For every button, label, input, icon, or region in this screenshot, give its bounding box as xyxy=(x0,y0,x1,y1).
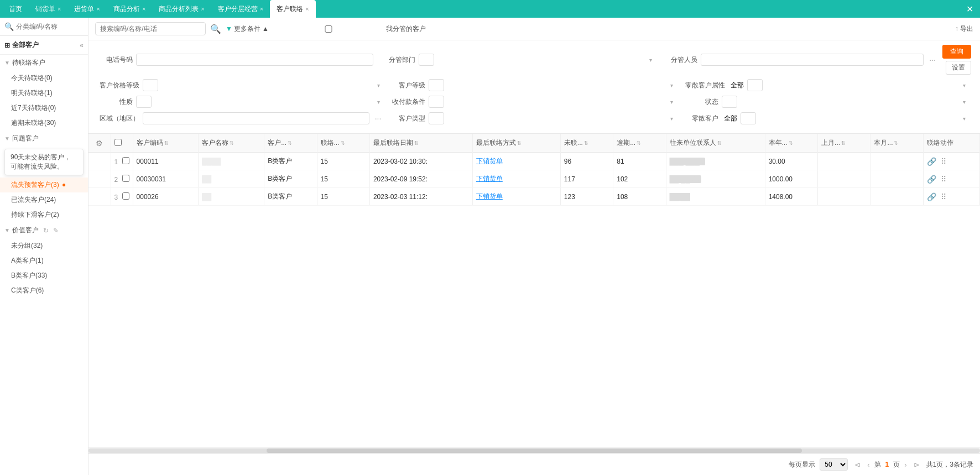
sidebar-group-problem[interactable]: ▼ 问题客户 xyxy=(0,131,88,147)
th-checkbox[interactable] xyxy=(111,134,133,153)
tab-close-customer-contact[interactable]: × xyxy=(305,6,309,12)
sidebar-item-class-a[interactable]: A类客户(1) xyxy=(0,253,88,268)
first-page-btn[interactable]: ⊲ xyxy=(852,460,863,470)
th-last-date[interactable]: 最后联络日期 ⇅ xyxy=(369,134,472,153)
sort-icon-type: ⇅ xyxy=(288,140,292,146)
th-overdue[interactable]: 逾期... ⇅ xyxy=(613,134,666,153)
row-this-month-2 xyxy=(870,188,923,206)
select-all-checkbox[interactable] xyxy=(114,139,122,146)
search-input[interactable] xyxy=(95,22,206,35)
tab-sales-order[interactable]: 销货单 × xyxy=(29,0,67,18)
tooltip-problem-customers: 90天未交易的客户，可能有流失风险。 xyxy=(4,149,84,175)
row-checkbox-1[interactable] xyxy=(122,175,129,182)
filter-status-select[interactable] xyxy=(722,96,737,108)
row-action-more-2[interactable]: ⠿ xyxy=(941,192,946,201)
scrollbar-track[interactable] xyxy=(88,448,980,453)
row-unlink-days-2: 123 xyxy=(560,188,613,206)
tab-purchase-order[interactable]: 进货单 × xyxy=(67,0,106,18)
filter-zero-customer-select[interactable] xyxy=(741,112,756,124)
horizontal-scrollbar[interactable] xyxy=(88,447,980,453)
th-this-month[interactable]: 本月... ⇅ xyxy=(870,134,923,153)
row-checkbox-2[interactable] xyxy=(122,192,129,200)
tab-customer-layer[interactable]: 客户分层经营 × xyxy=(211,0,270,18)
filter-customer-level-select[interactable] xyxy=(429,79,444,91)
row-last-method-1[interactable]: 下销货单 xyxy=(472,170,560,188)
row-last-method-0[interactable]: 下销货单 xyxy=(472,153,560,170)
sidebar-group-pending[interactable]: ▼ 待联络客户 xyxy=(0,55,88,71)
filter-zero-attr-select[interactable] xyxy=(747,79,763,91)
sidebar-root[interactable]: ⊞ 全部客户 « xyxy=(0,36,88,55)
th-unlink-days[interactable]: 未联... ⇅ xyxy=(560,134,613,153)
sidebar-item-today[interactable]: 今天待联络(0) xyxy=(0,71,88,86)
filter-payment-select[interactable] xyxy=(429,96,444,108)
search-button-icon[interactable]: 🔍 xyxy=(210,24,221,34)
sidebar-item-tomorrow[interactable]: 明天待联络(1) xyxy=(0,86,88,101)
next-page-btn[interactable]: › xyxy=(902,460,909,470)
my-customers-checkbox-label[interactable]: 我分管的客户 xyxy=(273,24,426,34)
row-action-more-1[interactable]: ⠿ xyxy=(941,175,946,184)
more-filters-btn[interactable]: ▼ 更多条件 ▲ xyxy=(226,24,269,34)
row-this-year-0: 30.00 xyxy=(765,153,817,170)
sidebar-search-input[interactable] xyxy=(16,23,88,30)
row-checkbox-0[interactable] xyxy=(122,157,129,164)
filter-price-level-select[interactable] xyxy=(143,79,158,91)
th-contact-person[interactable]: 往来单位联系人 ⇅ xyxy=(666,134,765,153)
sidebar-item-churned[interactable]: 已流失客户(24) xyxy=(0,192,88,207)
per-page-select[interactable]: 50 100 200 xyxy=(820,458,848,471)
tab-product-analysis-list[interactable]: 商品分析列表 × xyxy=(152,0,211,18)
row-action-link-0[interactable]: 🔗 xyxy=(927,157,936,166)
tab-home[interactable]: 首页 xyxy=(2,0,29,18)
setting-button[interactable]: 设置 xyxy=(946,61,971,75)
export-btn[interactable]: ↑ 导出 xyxy=(955,24,973,34)
sidebar-item-7days[interactable]: 近7天待联络(0) xyxy=(0,101,88,116)
row-code-1: 00030031 xyxy=(133,170,199,188)
th-contact-count[interactable]: 联络... ⇅ xyxy=(317,134,369,153)
query-button[interactable]: 查询 xyxy=(942,45,971,59)
column-settings-icon[interactable]: ⚙ xyxy=(96,139,103,148)
sidebar-item-overdue[interactable]: 逾期未联络(30) xyxy=(0,116,88,131)
row-action-more-0[interactable]: ⠿ xyxy=(941,157,946,166)
filter-region-input[interactable] xyxy=(143,112,369,124)
sidebar-item-class-b[interactable]: B类客户(33) xyxy=(0,268,88,283)
row-overdue-1: 102 xyxy=(613,170,666,188)
th-settings[interactable]: ⚙ xyxy=(88,134,111,153)
filter-phone: 电话号码 xyxy=(95,54,378,66)
filter-person-input[interactable] xyxy=(701,54,924,66)
edit-icon[interactable]: ✎ xyxy=(53,227,59,234)
th-last-month[interactable]: 上月... ⇅ xyxy=(818,134,870,153)
sidebar-item-churn-warning[interactable]: 流失预警客户(3) ● xyxy=(0,178,88,192)
sidebar-item-declining[interactable]: 持续下滑客户(2) xyxy=(0,207,88,222)
filter-person-more[interactable]: ··· xyxy=(927,55,938,64)
tab-close-sales-order[interactable]: × xyxy=(58,6,61,12)
my-customers-checkbox[interactable] xyxy=(273,25,384,33)
tab-close-product-analysis-list[interactable]: × xyxy=(201,6,204,12)
filter-customer-type-select[interactable] xyxy=(429,112,444,124)
scrollbar-thumb[interactable] xyxy=(267,448,801,453)
tab-close-purchase-order[interactable]: × xyxy=(96,6,100,12)
prev-page-btn[interactable]: ‹ xyxy=(865,460,872,470)
close-window-icon[interactable]: ✕ xyxy=(966,4,978,14)
filter-region-more[interactable]: ··· xyxy=(373,114,384,123)
tab-product-analysis[interactable]: 商品分析 × xyxy=(107,0,152,18)
sidebar-item-ungrouped[interactable]: 未分组(32) xyxy=(0,238,88,253)
row-action-link-1[interactable]: 🔗 xyxy=(927,175,936,184)
tab-customer-contact[interactable]: 客户联络 × xyxy=(270,0,315,18)
row-action-link-2[interactable]: 🔗 xyxy=(927,192,936,201)
th-last-method[interactable]: 最后联络方式 ⇅ xyxy=(472,134,560,153)
th-this-year[interactable]: 本年... ⇅ xyxy=(765,134,817,153)
table-header-row: ⚙ 客户编码 ⇅ 客户名称 xyxy=(88,134,980,153)
last-page-btn[interactable]: ⊳ xyxy=(911,460,922,470)
tab-close-product-analysis[interactable]: × xyxy=(142,6,145,12)
refresh-icon[interactable]: ↻ xyxy=(43,227,49,234)
sidebar-item-class-c[interactable]: C类客户(6) xyxy=(0,283,88,298)
th-code[interactable]: 客户编码 ⇅ xyxy=(133,134,199,153)
th-type[interactable]: 客户... ⇅ xyxy=(264,134,317,153)
th-name[interactable]: 客户名称 ⇅ xyxy=(199,134,264,153)
tab-close-customer-layer[interactable]: × xyxy=(260,6,263,12)
sidebar-group-value[interactable]: ▼ 价值客户 ↻ ✎ xyxy=(0,222,88,238)
sidebar-collapse-icon[interactable]: « xyxy=(80,41,84,49)
row-last-method-2[interactable]: 下销货单 xyxy=(472,188,560,206)
filter-phone-input[interactable] xyxy=(136,54,373,66)
filter-dept-select[interactable] xyxy=(419,54,434,66)
filter-gender-select[interactable] xyxy=(136,96,152,108)
